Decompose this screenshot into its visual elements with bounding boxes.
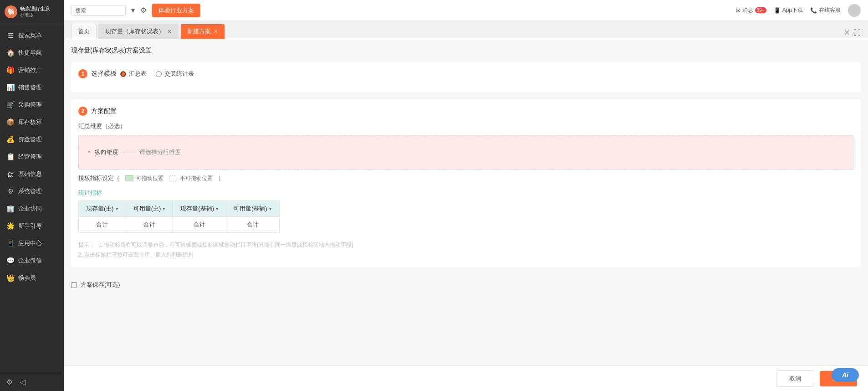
sidebar-item-label: 企业协同 (18, 205, 42, 213)
sidebar-item-label: 快捷导航 (18, 49, 42, 57)
tip-title: 提示： (78, 242, 98, 248)
sidebar-item-purchase[interactable]: 🛒 采购管理 (0, 96, 64, 113)
sidebar-item-finance[interactable]: 💰 资金管理 (0, 131, 64, 148)
message-label: 消息 (742, 6, 753, 14)
base-info-icon: 🗂 (6, 170, 15, 178)
step2-num: 2 (78, 107, 87, 116)
tab-new-plan[interactable]: 新建方案 ✕ (180, 24, 225, 39)
window-close-icon[interactable]: ✕ (844, 28, 850, 37)
template-radio-group: 汇总表 交叉统计表 (120, 70, 194, 78)
search-menu-icon: ☰ (6, 31, 15, 40)
sidebar-item-enterprise[interactable]: 🏢 企业协同 (0, 200, 64, 217)
sound-icon[interactable]: ◁ (20, 378, 26, 386)
user-avatar[interactable] (848, 4, 861, 17)
sidebar-item-base-info[interactable]: 🗂 基础信息 (0, 165, 64, 183)
ai-floating-button[interactable]: Ai (832, 368, 859, 382)
stats-col4-header-text: 可用量(基辅) (234, 205, 267, 213)
stats-col3-header[interactable]: 现存量(基辅) ▾ (173, 201, 226, 217)
search-input[interactable] (71, 5, 126, 16)
tab-inventory-status[interactable]: 现存量（库存状况表） ✕ (98, 24, 179, 39)
sys-manage-icon: ⚙ (6, 187, 15, 196)
tab-home[interactable]: 首页 (71, 24, 97, 39)
sidebar-item-new-guide[interactable]: 🌟 新手引导 (0, 217, 64, 235)
message-action[interactable]: ✉ 消息 99+ (736, 6, 766, 14)
crosstab-radio-label[interactable]: 交叉统计表 (156, 70, 194, 78)
stats-label: 统计指标 (78, 189, 853, 197)
enterprise-icon: 🏢 (6, 205, 15, 213)
app-download-action[interactable]: 📱 App下载 (774, 6, 803, 14)
tab-inventory-close-icon[interactable]: ✕ (167, 28, 172, 35)
sidebar-item-wechat[interactable]: 💬 企业微信 (0, 252, 64, 269)
sidebar-item-label: 经营管理 (18, 153, 42, 161)
sidebar-item-label: 企业微信 (18, 257, 42, 265)
stats-table: 现存量(主) ▾ 可用量(主) ▾ 现存量(基辅 (78, 201, 280, 233)
sidebar-item-member[interactable]: 👑 畅会员 (0, 269, 64, 287)
legend-non-draggable: 不可拖动位置 (169, 175, 213, 182)
search-area (71, 5, 126, 16)
dimension-area[interactable]: * 纵向维度 —— 请选择分组维度 (78, 135, 853, 170)
sidebar-item-marketing[interactable]: 🎁 营销推广 (0, 62, 64, 79)
sidebar: 畅 畅康通好生意 标准版 ☰ 搜索菜单 🏠 快捷导航 🎁 营销推广 📊 销售管理… (0, 0, 64, 391)
draggable-legend-text: 可拖动位置 (136, 175, 163, 182)
tip2: 2. 点击标题栏下拉可设置排序、插入列和删除列 (78, 250, 853, 260)
sidebar-item-inventory[interactable]: 📦 库存核算 (0, 113, 64, 131)
non-draggable-legend-text: 不可拖动位置 (180, 175, 213, 182)
dimension-dash: —— (123, 149, 135, 156)
step2-header: 2 方案配置 (78, 107, 853, 116)
summary-radio-text: 汇总表 (129, 70, 147, 78)
settings-icon[interactable]: ⚙ (6, 378, 13, 386)
summary-radio[interactable] (120, 71, 126, 77)
stats-col4-header[interactable]: 可用量(基辅) ▾ (226, 201, 280, 217)
sidebar-item-label: 畅会员 (18, 274, 36, 282)
customer-service-label: 在线客服 (819, 6, 841, 14)
ai-label: Ai (842, 371, 848, 379)
trial-button[interactable]: 体验行业方案 (152, 4, 200, 17)
sidebar-item-label: 基础信息 (18, 170, 42, 178)
crosstab-radio[interactable] (156, 71, 162, 77)
sidebar-item-sys-manage[interactable]: ⚙ 系统管理 (0, 183, 64, 200)
stats-header-row: 现存量(主) ▾ 可用量(主) ▾ 现存量(基辅 (79, 201, 280, 217)
tab-new-plan-close-icon[interactable]: ✕ (214, 28, 218, 35)
col3-chevron-icon[interactable]: ▾ (216, 206, 219, 212)
tip1-text: 1.拖动标题栏可以调整布局，不可跨维度或指标区域拖动栏目字段(只能在同一维度或指… (99, 242, 353, 248)
logo-sub: 标准版 (20, 12, 50, 18)
topbar: ▾ ⚙ 体验行业方案 ✉ 消息 99+ 📱 App下载 📞 在线客服 (64, 0, 868, 21)
sidebar-item-label: 新手引导 (18, 222, 42, 230)
dropdown-icon[interactable]: ▾ (131, 6, 135, 15)
col2-chevron-icon[interactable]: ▾ (163, 206, 165, 212)
sidebar-item-quick-nav[interactable]: 🏠 快捷导航 (0, 44, 64, 62)
step2-title: 方案配置 (91, 107, 117, 115)
sidebar-footer: ⚙ ◁ (0, 373, 64, 391)
tips-section: 提示： 1.拖动标题栏可以调整布局，不可跨维度或指标区域拖动栏目字段(只能在同一… (78, 240, 853, 260)
customer-service-action[interactable]: 📞 在线客服 (810, 6, 841, 14)
sidebar-item-app-center[interactable]: 📱 应用中心 (0, 235, 64, 252)
cancel-button[interactable]: 取消 (776, 370, 814, 387)
step1-title: 选择模板 (91, 70, 117, 78)
sidebar-item-search-menu[interactable]: ☰ 搜索菜单 (0, 27, 64, 44)
save-checkbox[interactable] (71, 282, 77, 288)
inventory-icon: 📦 (6, 118, 15, 126)
sidebar-nav: ☰ 搜索菜单 🏠 快捷导航 🎁 营销推广 📊 销售管理 🛒 采购管理 📦 库存核… (0, 24, 64, 373)
stats-data-row: 合计 合计 合计 合计 (79, 217, 280, 233)
stats-col2-header[interactable]: 可用量(主) ▾ (126, 201, 173, 217)
sidebar-item-sales[interactable]: 📊 销售管理 (0, 79, 64, 96)
sidebar-item-operations[interactable]: 📋 经营管理 (0, 148, 64, 165)
non-draggable-legend-box (169, 175, 177, 181)
sales-icon: 📊 (6, 83, 15, 92)
crosstab-radio-text: 交叉统计表 (164, 70, 194, 78)
legend-draggable: 可拖动位置 (125, 175, 163, 182)
template-settings: 模板指标设定（ 可拖动位置 不可拖动位置 ） (78, 174, 853, 182)
col4-chevron-icon[interactable]: ▾ (269, 206, 272, 212)
col1-chevron-icon[interactable]: ▾ (116, 206, 118, 212)
marketing-icon: 🎁 (6, 66, 15, 74)
dimension-section-label: 汇总维度（必选） (78, 122, 853, 130)
stats-col1-header[interactable]: 现存量(主) ▾ (79, 201, 126, 217)
gear-icon[interactable]: ⚙ (140, 6, 147, 15)
stats-col3-header-text: 现存量(基辅) (180, 205, 214, 213)
purchase-icon: 🛒 (6, 101, 15, 109)
main-area: ▾ ⚙ 体验行业方案 ✉ 消息 99+ 📱 App下载 📞 在线客服 首页 (64, 0, 868, 391)
summary-radio-label[interactable]: 汇总表 (120, 70, 147, 78)
sidebar-item-label: 库存核算 (18, 118, 42, 126)
finance-icon: 💰 (6, 135, 15, 144)
window-expand-icon[interactable]: ⛶ (853, 29, 861, 37)
